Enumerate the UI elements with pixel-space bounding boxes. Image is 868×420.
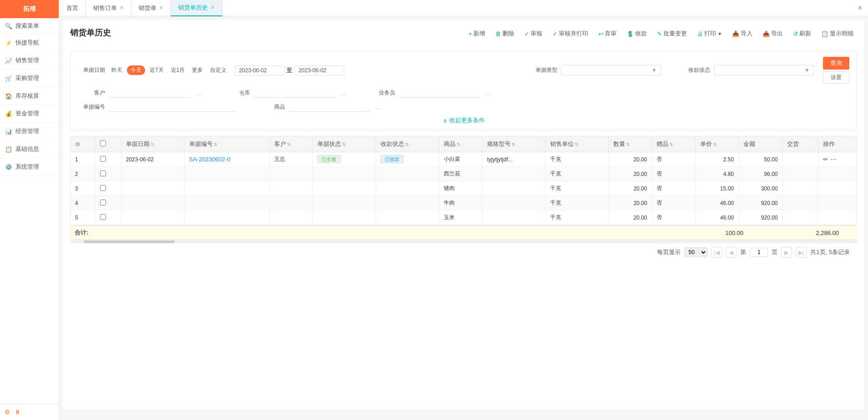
- btn-delete[interactable]: 🗑 删除: [492, 28, 518, 40]
- sidebar-item-base-info[interactable]: 📋 基础信息: [0, 140, 59, 158]
- doc-no-input[interactable]: [109, 102, 236, 112]
- btn-export[interactable]: 📤 导出: [759, 28, 787, 40]
- horizontal-scrollbar[interactable]: [70, 240, 857, 243]
- col-payment-status[interactable]: 收款状态 ⇅: [376, 136, 439, 152]
- btn-settings[interactable]: 设置: [823, 71, 849, 84]
- customer-input[interactable]: [109, 88, 191, 98]
- warehouse-input[interactable]: [254, 88, 336, 98]
- tab-sales-history-close[interactable]: ✕: [211, 5, 215, 10]
- table-settings-icon[interactable]: ⚙: [75, 141, 80, 148]
- col-qty[interactable]: 数量 ⇅: [608, 136, 652, 152]
- cell-checkbox[interactable]: [95, 196, 121, 210]
- shortcut-1month[interactable]: 近1月: [168, 65, 188, 75]
- row-checkbox[interactable]: [100, 170, 106, 176]
- sidebar-item-quick-nav[interactable]: ⚡ 快捷导航: [0, 34, 59, 52]
- page-first-btn[interactable]: |◀: [711, 247, 722, 258]
- sidebar-search[interactable]: 🔍 搜索菜单: [0, 18, 59, 34]
- row-checkbox[interactable]: [100, 214, 106, 220]
- shortcut-more[interactable]: 更多: [189, 65, 206, 75]
- salesperson-ellipsis[interactable]: ...: [486, 90, 491, 96]
- cell-doc-no[interactable]: [184, 210, 269, 225]
- payment-status-select[interactable]: ▼: [714, 65, 814, 75]
- shortcut-custom[interactable]: 自定义: [207, 65, 229, 75]
- col-gift[interactable]: 赠品 ⇅: [652, 136, 695, 152]
- col-goods[interactable]: 商品 ⇅: [439, 136, 482, 152]
- btn-new[interactable]: + 新增: [465, 28, 489, 40]
- shortcut-yesterday[interactable]: 昨天: [109, 65, 125, 75]
- tab-bar-close-all[interactable]: ✕: [852, 5, 868, 11]
- salesperson-input[interactable]: [399, 88, 481, 98]
- sidebar-item-sys-mgmt[interactable]: ⚙️ 系统管理: [0, 158, 59, 176]
- goods-ellipsis[interactable]: ...: [376, 104, 381, 110]
- sidebar-footer-pause-icon[interactable]: ⏸: [15, 409, 20, 415]
- col-customer[interactable]: 客户 ⇅: [269, 136, 312, 152]
- btn-collect[interactable]: 💲 收款: [623, 28, 651, 40]
- page-prev-btn[interactable]: ◀: [726, 247, 737, 258]
- btn-discard[interactable]: ↩ 弃审: [595, 28, 620, 40]
- customer-ellipsis[interactable]: ...: [196, 90, 201, 96]
- gift-sort-icon: ⇅: [669, 142, 673, 147]
- col-settings[interactable]: ⚙: [70, 136, 95, 152]
- col-doc-no[interactable]: 单据编号 ⇅: [184, 136, 269, 152]
- sidebar-item-inventory[interactable]: 🏠 库存核算: [0, 87, 59, 105]
- row-checkbox[interactable]: [100, 200, 106, 205]
- btn-batch-change[interactable]: ✎ 批量变更: [653, 28, 691, 40]
- cell-trade: [783, 210, 818, 225]
- sidebar-item-finance[interactable]: 💰 资金管理: [0, 105, 59, 123]
- warehouse-ellipsis[interactable]: ...: [341, 90, 346, 96]
- shortcut-today[interactable]: 今天: [127, 65, 145, 75]
- select-all-checkbox[interactable]: [100, 140, 106, 146]
- col-checkbox[interactable]: [95, 136, 121, 152]
- date-from-input[interactable]: [235, 65, 285, 75]
- cell-checkbox[interactable]: [95, 210, 121, 225]
- tab-sales-order[interactable]: 销售订单 ✕: [86, 0, 131, 16]
- page-input[interactable]: [750, 248, 768, 257]
- col-doc-date[interactable]: 单据日期 ⇅: [121, 136, 184, 152]
- doc-status-badge: 已生效: [317, 155, 341, 163]
- page-last-btn[interactable]: ▶|: [796, 247, 807, 258]
- tab-home[interactable]: 首页: [59, 0, 86, 16]
- btn-audit-print[interactable]: ✓ 审核并打印: [549, 28, 592, 40]
- btn-import[interactable]: 📥 导入: [728, 28, 756, 40]
- tab-sales-history[interactable]: 销货单历史 ✕: [171, 0, 222, 16]
- cell-checkbox[interactable]: [95, 167, 121, 181]
- doc-no-link[interactable]: SA-20230602-0: [189, 156, 231, 163]
- sidebar: 拓维 🔍 搜索菜单 ⚡ 快捷导航 📈 销售管理 🛒 采购管理 🏠 库存核算 💰 …: [0, 0, 59, 420]
- cell-doc-no[interactable]: [184, 167, 269, 181]
- btn-audit[interactable]: ✓ 审核: [521, 28, 546, 40]
- goods-input[interactable]: [289, 102, 371, 112]
- doc-type-select[interactable]: ▼: [561, 65, 661, 75]
- edit-icon[interactable]: ✏: [823, 156, 828, 163]
- total-amount: 2,286.00: [798, 230, 853, 236]
- col-doc-status[interactable]: 单据状态 ⇅: [313, 136, 376, 152]
- row-checkbox[interactable]: [100, 185, 106, 191]
- cell-payment-status: [376, 167, 439, 181]
- page-next-btn[interactable]: ▶: [781, 247, 792, 258]
- tab-sales-order-close[interactable]: ✕: [120, 5, 124, 11]
- col-unit[interactable]: 销售单位 ⇅: [546, 136, 609, 152]
- btn-display-detail[interactable]: 📋 显示明细: [818, 28, 857, 40]
- btn-refresh[interactable]: ↺ 刷新: [789, 28, 815, 40]
- btn-query[interactable]: 查询: [823, 57, 849, 70]
- page-size-select[interactable]: 50 20 100 200: [684, 247, 707, 257]
- sidebar-item-sales-mgmt[interactable]: 📈 销售管理: [0, 52, 59, 70]
- collapse-btn[interactable]: ∧ 收起更多条件: [78, 116, 849, 125]
- row-checkbox[interactable]: [100, 156, 106, 162]
- date-to-input[interactable]: [294, 65, 344, 75]
- cell-checkbox[interactable]: [95, 181, 121, 196]
- cell-checkbox[interactable]: [95, 152, 121, 167]
- finance-icon: 💰: [5, 110, 13, 118]
- cell-doc-no[interactable]: SA-20230602-0: [184, 152, 269, 167]
- tab-sales-goods[interactable]: 销货单 ✕: [131, 0, 171, 16]
- cell-doc-no[interactable]: [184, 196, 269, 210]
- sidebar-footer-settings-icon[interactable]: ⚙: [5, 409, 10, 415]
- more-icon[interactable]: ⋯: [831, 156, 837, 163]
- shortcut-7days[interactable]: 近7天: [147, 65, 166, 75]
- sidebar-item-purchase-mgmt[interactable]: 🛒 采购管理: [0, 70, 59, 87]
- col-price[interactable]: 单价 ⇅: [695, 136, 738, 152]
- col-spec[interactable]: 规格型号 ⇅: [482, 136, 546, 152]
- cell-doc-no[interactable]: [184, 181, 269, 196]
- tab-sales-goods-close[interactable]: ✕: [159, 5, 163, 11]
- btn-print[interactable]: 🖨 打印 ▼: [693, 28, 726, 40]
- sidebar-item-operations[interactable]: 📊 经营管理: [0, 123, 59, 140]
